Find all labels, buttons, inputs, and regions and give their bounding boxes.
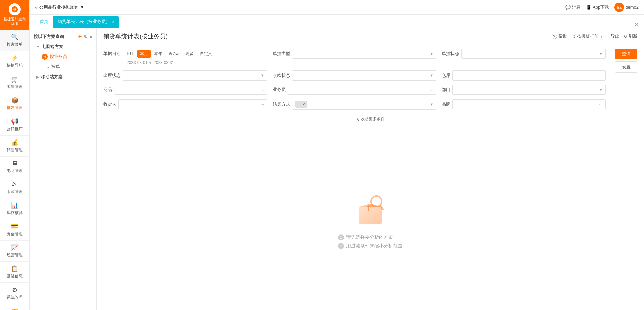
salesman-input[interactable]: ··· [288, 85, 437, 95]
type-dropdown[interactable]: ▼ [292, 49, 437, 59]
left-panel-header: 按以下方案查询 + ↻ « [30, 32, 96, 42]
tab-current[interactable]: 销货单统计表（按业务员） × [53, 16, 119, 28]
refresh-icon: ↻ [624, 34, 627, 39]
sidebar-item-retail[interactable]: 🛒 零售管理 [0, 72, 29, 93]
tree-item-desktop[interactable]: ▼ 电脑端方案 [30, 42, 96, 52]
warehouse-dots-icon: ··· [599, 73, 603, 78]
close-window-button[interactable]: ✕ [634, 21, 639, 28]
warehouse-filter-group: 仓库 ··· [442, 70, 606, 81]
brand-label: 品牌 [442, 101, 450, 107]
tree-sub-bydan[interactable]: ⬥ 按单 [30, 62, 96, 72]
page-title: 销货单统计表(按业务员) [103, 32, 168, 40]
topbar: 办公用品行业模拟账套 ▼ 💬 消息 📱 App下载 Ea demo2 [30, 0, 644, 15]
sidebar-item-quicknav[interactable]: ⚡ 快捷导航 [0, 51, 29, 72]
date-tab-custom[interactable]: 自定义 [197, 50, 215, 58]
sidebar-logo[interactable]: 畅 畅捷通好生意 标版 [0, 0, 29, 30]
payment-filter-group: 收款状态 ▼ [273, 70, 437, 81]
user-avatar-area[interactable]: Ea demo2 [614, 3, 639, 12]
tabs-bar: 首页 销货单统计表（按业务员） × ⛶ ✕ [30, 15, 644, 28]
dept-filter-group: 部门 ▼ [442, 85, 606, 95]
sidebar-item-ecommerce[interactable]: 🖥 电商管理 [0, 157, 29, 177]
avatar: Ea [614, 3, 624, 12]
filter-area: 单据日期 上月 本月 本年 近7天 更多 自定义 [97, 44, 644, 130]
date-tab-current-month[interactable]: 本月 [137, 50, 151, 58]
status-dropdown[interactable]: ▼ [461, 49, 606, 59]
sidebar-item-finance[interactable]: 💳 资金管理 [0, 219, 29, 241]
tab-current-label: 销货单统计表（按业务员） [58, 19, 110, 25]
add-scheme-button[interactable]: + [78, 34, 82, 40]
outbound-filter-group: 出库状态 ▼ [103, 70, 267, 81]
status-chevron-icon: ▼ [599, 52, 603, 56]
query-button[interactable]: 查询 [615, 49, 637, 59]
topbar-title: 办公用品行业模拟账套 [35, 4, 78, 10]
step2-number: 2 [338, 243, 344, 249]
date-tabs-group: 上月 本月 本年 近7天 更多 自定义 [123, 50, 267, 58]
collapse-panel-button[interactable]: « [90, 34, 92, 39]
settlement-tag-remove[interactable]: × [303, 102, 305, 107]
help-button[interactable]: ? 帮助 [552, 33, 567, 39]
sidebar-inventory-label: 库存核算 [7, 210, 23, 216]
tab-close-icon[interactable]: × [112, 20, 114, 24]
settlement-dropdown[interactable]: × ▼ [292, 99, 437, 110]
sidebar-search-label: 搜索菜单 [7, 42, 23, 47]
help-icon: ? [552, 34, 557, 39]
tab-home-label: 首页 [40, 19, 48, 25]
salesman-filter-group: 业务员 ··· [273, 85, 437, 95]
sidebar-item-marketing[interactable]: 📢 营销推广 [0, 114, 29, 136]
brand-filter-group: 品牌 ··· [442, 99, 606, 109]
print-dropdown-icon: ▼ [600, 35, 603, 38]
help-label: 帮助 [558, 33, 567, 39]
sidebar-item-sales[interactable]: 💰 销售管理 [0, 136, 29, 157]
tree-label-mobile: 移动端方案 [41, 74, 63, 80]
step1-number: 1 [338, 234, 344, 240]
topbar-title-dropdown[interactable]: 办公用品行业模拟账套 ▼ [35, 4, 84, 10]
goods-filter-group: 商品 ··· [103, 85, 267, 95]
export-button[interactable]: ↑ 导出 [607, 33, 620, 39]
payment-dropdown[interactable]: ▼ [292, 70, 437, 81]
left-panel-title: 按以下方案查询 [34, 34, 64, 40]
print-button[interactable]: 🖨 按模板打印 ▼ [571, 33, 603, 39]
tab-maximize-button[interactable]: ⛶ [626, 22, 632, 28]
receiver-input[interactable]: ··· [118, 99, 267, 109]
outbound-dropdown[interactable]: ▼ [123, 70, 267, 81]
sidebar-item-system[interactable]: ⚙ 系统管理 [0, 283, 29, 304]
sidebar-item-inventory[interactable]: 📊 库存核算 [0, 198, 29, 219]
refresh-button[interactable]: ↻ 刷新 [624, 33, 637, 39]
main-area: 办公用品行业模拟账套 ▼ 💬 消息 📱 App下载 Ea demo2 首页 [30, 0, 644, 310]
brand-input[interactable]: ··· [452, 99, 606, 109]
goods-input[interactable]: ··· [114, 85, 267, 95]
print-icon: 🖨 [571, 34, 576, 39]
app-download-icon: 📱 [586, 5, 591, 10]
app-download-button[interactable]: 📱 App下载 [586, 4, 609, 10]
date-tab-more[interactable]: 更多 [183, 50, 196, 58]
setting-button[interactable]: 设置 [615, 61, 637, 73]
sidebar-item-enterprise[interactable]: 🤝 企业协同 [0, 304, 29, 310]
settlement-tag-label [297, 101, 301, 107]
date-tab-last-month[interactable]: 上月 [123, 50, 136, 58]
export-icon: ↑ [607, 34, 610, 39]
quicknav-icon: ⚡ [11, 54, 18, 62]
sidebar-item-search[interactable]: 🔍 搜索菜单 [0, 30, 29, 51]
tab-home[interactable]: 首页 [35, 16, 53, 28]
message-button[interactable]: 💬 消息 [565, 4, 581, 10]
receiver-filter-group: 收货人 ··· [103, 99, 267, 109]
sidebar-item-wholesale[interactable]: 📦 批发管理 [0, 93, 29, 114]
tree-child-byywy[interactable]: 按 按业务员 [30, 52, 96, 62]
sidebar-marketing-label: 营销推广 [7, 126, 23, 132]
collapse-icon: ∧ [356, 117, 359, 122]
warehouse-input[interactable]: ··· [452, 70, 606, 81]
refresh-scheme-button[interactable]: ↻ [84, 34, 88, 39]
collapse-bar[interactable]: ∧ 收起更多条件 [103, 114, 637, 125]
date-tab-7days[interactable]: 近7天 [166, 50, 182, 58]
dept-dropdown[interactable]: ▼ [452, 85, 606, 95]
date-tab-year[interactable]: 本年 [152, 50, 165, 58]
sidebar-item-purchase[interactable]: 🛍 采购管理 [0, 177, 29, 198]
sidebar-item-operation[interactable]: 📈 经营管理 [0, 241, 29, 262]
maximize-icon: ⛶ [626, 22, 632, 28]
system-icon: ⚙ [12, 286, 17, 294]
tree-item-mobile[interactable]: ▶ 移动端方案 [30, 72, 96, 82]
tree-sub-icon: ⬥ [47, 65, 49, 69]
date-range-display: 2023-03-01 至 2023-03-31 [127, 60, 606, 66]
export-label: 导出 [611, 33, 620, 39]
sidebar-item-basic[interactable]: 📋 基础信息 [0, 262, 29, 283]
